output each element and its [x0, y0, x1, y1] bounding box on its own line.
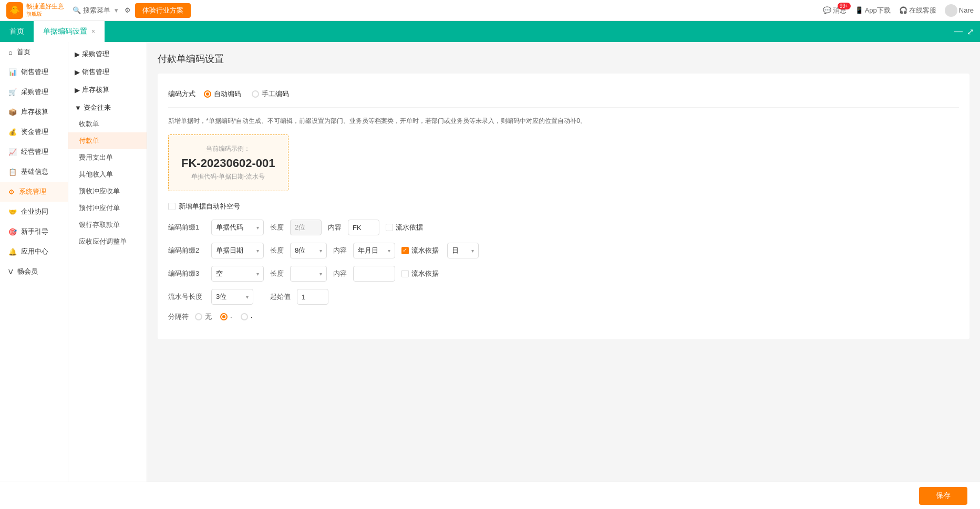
submenu-item-income[interactable]: 其他收入单 — [68, 166, 147, 183]
sidebar-item-basic-info[interactable]: 📋 基础信息 — [0, 162, 68, 182]
submenu-item-prepay-recv[interactable]: 预收冲应收单 — [68, 183, 147, 200]
content-3-value — [353, 266, 395, 282]
submenu-item-payment[interactable]: 付款单 — [68, 132, 147, 149]
member-icon: V — [8, 268, 13, 276]
chevron-down-icon[interactable]: ▾ — [115, 6, 118, 14]
waterflow-period-select[interactable]: 日 ▾ — [447, 243, 479, 258]
serial-length-select[interactable]: 3位 ▾ — [211, 289, 253, 305]
prefix-3-select[interactable]: 空 ▾ — [211, 266, 264, 282]
tab-home[interactable]: 首页 — [0, 21, 34, 42]
system-icon: ⚙ — [8, 188, 15, 196]
search-label: 搜索菜单 — [83, 6, 110, 15]
expand-icon[interactable]: ⤢ — [967, 27, 974, 37]
waterflow-1-checkbox[interactable]: 流水依据 — [386, 223, 423, 232]
submenu-group-inventory: ▶ 库存核算 — [68, 82, 147, 98]
search-menu[interactable]: 🔍 搜索菜单 — [73, 6, 110, 15]
settings-card: 编码方式 自动编码 手工编码 新增单据时，*单据编码*自动生成、不可编辑，前缀设… — [158, 74, 969, 339]
chevron-down-icon5: ▾ — [319, 248, 322, 254]
save-button[interactable]: 保存 — [919, 487, 967, 505]
sidebar-item-apps[interactable]: 🔔 应用中心 — [0, 242, 68, 262]
start-value-label: 起始值 — [270, 292, 291, 302]
chevron-right-icon2: ▶ — [75, 68, 80, 76]
guide-icon: 🎯 — [8, 228, 17, 236]
bottom-bar: 保存 — [0, 482, 980, 509]
sep-dot-radio[interactable]: · — [220, 313, 232, 321]
auto-encode-label: 自动编码 — [214, 89, 241, 99]
prefix-1-select[interactable]: 单据代码 ▾ — [211, 220, 264, 235]
manual-encode-label: 手工编码 — [262, 89, 289, 99]
manual-encode-radio[interactable]: 手工编码 — [252, 89, 289, 99]
message-icon: 💬 — [823, 6, 831, 14]
waterflow-3-checkbox-box — [401, 270, 409, 277]
submenu-group-funds-title[interactable]: ▼ 资金往来 — [68, 100, 147, 116]
sidebar-item-system[interactable]: ⚙ 系统管理 — [0, 182, 68, 202]
submenu-group-inventory-title[interactable]: ▶ 库存核算 — [68, 82, 147, 98]
sidebar-item-member[interactable]: V 畅会员 — [0, 262, 68, 282]
main-layout: ⌂ 首页 📊 销售管理 🛒 采购管理 📦 库存核算 💰 资金管理 📈 经营管理 … — [0, 42, 980, 509]
sep-none-radio[interactable]: 无 — [195, 312, 212, 321]
content-2-select[interactable]: 年月日 ▾ — [353, 243, 395, 258]
trial-button[interactable]: 体验行业方案 — [135, 3, 191, 18]
length-2-select[interactable]: 8位 ▾ — [290, 243, 327, 258]
sidebar-item-sales[interactable]: 📊 销售管理 — [0, 62, 68, 82]
submenu-item-receipt[interactable]: 收款单 — [68, 116, 147, 132]
start-value-input[interactable]: 1 — [297, 289, 328, 305]
submenu-group-sales-title[interactable]: ▶ 销售管理 — [68, 64, 147, 80]
chevron-down-icon8: ▾ — [256, 271, 259, 277]
page-title: 付款单编码设置 — [158, 53, 969, 65]
auto-encode-radio[interactable]: 自动编码 — [204, 89, 241, 99]
encode-method-row: 编码方式 自动编码 手工编码 — [168, 84, 959, 108]
topbar-right: 💬 消息 99+ 📱 App下载 🎧 在线客服 Nare — [823, 4, 974, 17]
tab-actions: — ⤢ — [954, 27, 980, 37]
sidebar-item-collab[interactable]: 🤝 企业协同 — [0, 202, 68, 222]
settings-icon[interactable]: ⚙ — [125, 6, 131, 14]
auto-encode-radio-circle — [204, 90, 211, 98]
tab-close-icon[interactable]: × — [91, 28, 95, 35]
length-2-label: 长度 — [270, 246, 284, 255]
length-1-label: 长度 — [270, 223, 284, 232]
tab-serial-settings[interactable]: 单据编码设置 × — [34, 21, 105, 42]
waterflow-2-label: 流水依据 — [411, 246, 439, 255]
sep-dash-radio[interactable]: · — [241, 313, 253, 321]
chevron-right-icon3: ▶ — [75, 86, 80, 94]
submenu-group-sales: ▶ 销售管理 — [68, 64, 147, 80]
sidebar-item-purchase[interactable]: 🛒 采购管理 — [0, 82, 68, 102]
sidebar-item-guide[interactable]: 🎯 新手引导 — [0, 222, 68, 242]
chevron-down-icon7: ▾ — [471, 248, 474, 254]
sidebar-item-management[interactable]: 📈 经营管理 — [0, 142, 68, 162]
submenu-group-purchase-title[interactable]: ▶ 采购管理 — [68, 46, 147, 62]
auto-fill-checkbox[interactable] — [168, 203, 176, 210]
sidebar-item-inventory[interactable]: 📦 库存核算 — [0, 102, 68, 122]
manual-encode-radio-circle — [252, 90, 259, 98]
length-1-input: 2位 — [290, 220, 322, 235]
sidebar-item-finance[interactable]: 💰 资金管理 — [0, 122, 68, 142]
separator-label: 分隔符 — [168, 312, 189, 321]
message-button[interactable]: 💬 消息 99+ — [823, 6, 847, 15]
purchase-icon: 🛒 — [8, 88, 17, 96]
submenu-item-adjust[interactable]: 应收应付调整单 — [68, 233, 147, 250]
content-1-label: 内容 — [328, 223, 342, 232]
minimize-icon[interactable]: — — [954, 27, 963, 36]
submenu-item-expense[interactable]: 费用支出单 — [68, 149, 147, 166]
length-3-select[interactable]: ▾ — [290, 266, 327, 282]
sidebar-item-home[interactable]: ⌂ 首页 — [0, 42, 68, 62]
sep-none-label: 无 — [205, 312, 212, 321]
waterflow-3-checkbox[interactable]: 流水依据 — [401, 269, 439, 278]
waterflow-2-checkbox[interactable]: 流水依据 — [401, 246, 439, 255]
prefix-2-select[interactable]: 单据日期 ▾ — [211, 243, 264, 258]
submenu: ▶ 采购管理 ▶ 销售管理 ▶ 库存核算 ▼ 资金往来 收款单 付款单 费用支出… — [68, 42, 147, 509]
online-service-button[interactable]: 🎧 在线客服 — [899, 6, 936, 15]
length-3-label: 长度 — [270, 269, 284, 278]
user-menu[interactable]: Nare — [945, 4, 974, 17]
sep-dot-circle — [220, 313, 228, 320]
avatar — [945, 4, 957, 17]
waterflow-1-checkbox-box — [386, 224, 393, 231]
submenu-item-prepay-pay[interactable]: 预付冲应付单 — [68, 200, 147, 216]
chevron-down-icon10: ▾ — [246, 294, 249, 300]
nav-tabs: 首页 单据编码设置 × — ⤢ — [0, 21, 980, 42]
submenu-item-bank[interactable]: 银行存取款单 — [68, 216, 147, 233]
chevron-down-icon6: ▾ — [388, 248, 390, 254]
app-download-button[interactable]: 📱 App下载 — [855, 6, 891, 15]
chevron-down-icon4: ▾ — [256, 248, 259, 254]
logo-text: 畅捷通好生意 — [26, 3, 64, 10]
